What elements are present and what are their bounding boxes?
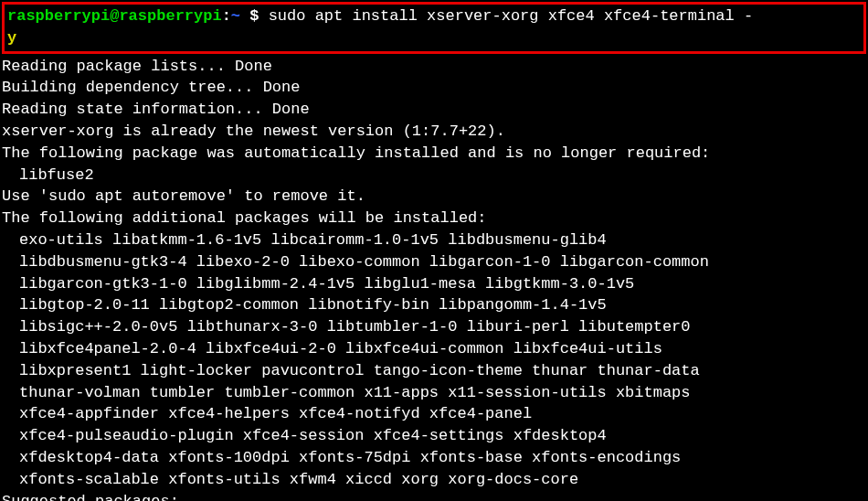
output-line: xserver-xorg is already the newest versi… [2, 121, 866, 143]
output-line: libfuse2 [2, 165, 866, 187]
output-line: libgtop-2.0-11 libgtop2-common libnotify… [2, 294, 866, 316]
prompt-dollar: $ [240, 7, 269, 25]
prompt-separator: : [222, 7, 231, 25]
output-line: The following package was automatically … [2, 143, 866, 165]
output-line: xfce4-pulseaudio-plugin xfce4-session xf… [2, 425, 866, 447]
command-highlight-box: raspberrypi@raspberrypi:~ $ sudo apt ins… [2, 2, 866, 54]
output-line: Use 'sudo apt autoremove' to remove it. [2, 186, 866, 208]
terminal-window[interactable]: raspberrypi@raspberrypi:~ $ sudo apt ins… [2, 2, 866, 499]
output-line: libgarcon-gtk3-1-0 libglibmm-2.4-1v5 lib… [2, 273, 866, 295]
output-line: Building dependency tree... Done [2, 77, 866, 99]
output-line: xfce4-appfinder xfce4-helpers xfce4-noti… [2, 403, 866, 425]
prompt-path: ~ [231, 7, 240, 25]
output-line: exo-utils libatkmm-1.6-1v5 libcairomm-1.… [2, 229, 866, 251]
output-line: libdbusmenu-gtk3-4 libexo-2-0 libexo-com… [2, 251, 866, 273]
output-line: libxpresent1 light-locker pavucontrol ta… [2, 360, 866, 382]
output-line: xfonts-scalable xfonts-utils xfwm4 xiccd… [2, 469, 866, 491]
output-line: libsigc++-2.0-0v5 libthunarx-3-0 libtumb… [2, 316, 866, 338]
prompt-line: raspberrypi@raspberrypi:~ $ sudo apt ins… [7, 5, 861, 27]
output-line: libxfce4panel-2.0-4 libxfce4ui-2-0 libxf… [2, 338, 866, 360]
output-line: Reading state information... Done [2, 99, 866, 121]
prompt-user-host: raspberrypi@raspberrypi [7, 7, 222, 25]
command-wrap: y [7, 27, 861, 49]
output-line: The following additional packages will b… [2, 208, 866, 229]
output-line: Reading package lists... Done [2, 56, 866, 78]
output-line: Suggested packages: [2, 491, 866, 501]
command-input[interactable]: sudo apt install xserver-xorg xfce4 xfce… [269, 7, 754, 25]
output-line: xfdesktop4-data xfonts-100dpi xfonts-75d… [2, 447, 866, 469]
output-line: thunar-volman tumbler tumbler-common x11… [2, 382, 866, 404]
